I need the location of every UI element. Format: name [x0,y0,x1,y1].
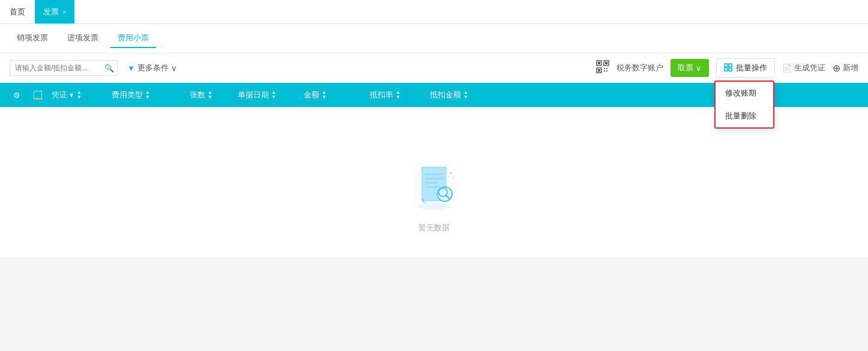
th-deduct-rate: 抵扣率 ▲▼ [365,90,425,100]
filter-arrow: ∨ [171,64,177,73]
tax-account-btn[interactable]: 税务数字账户 [616,63,663,73]
svg-rect-13 [729,68,732,71]
dropdown-item-batch-delete[interactable]: 批量删除 [716,105,773,127]
th-check[interactable] [29,91,47,99]
th-deduct-amount: 抵扣金额 ▲▼ [425,90,863,100]
filter-btn[interactable]: ▼ 更多条件 ∨ [122,60,182,76]
svg-point-23 [453,177,454,179]
gen-voucher-icon: 📄 [782,64,792,73]
add-icon: ⊕ [833,63,840,74]
tab-feiyong[interactable]: 费用小票 [110,29,156,48]
th-expense-type: 费用类型 ▲▼ [107,90,185,100]
search-wrap: 🔍 [10,60,118,76]
th-voucher: 凭证 ▼ ▲▼ [47,90,107,100]
invoice-tab-close[interactable]: × [62,8,66,16]
svg-rect-7 [606,68,607,69]
th-date-sort[interactable]: ▲▼ [271,90,276,100]
svg-rect-6 [604,68,605,69]
empty-text: 暂无数据 [418,222,450,233]
svg-rect-5 [598,69,600,72]
tab-jinxiang[interactable]: 进项发票 [60,29,106,48]
search-icon[interactable]: 🔍 [104,64,114,73]
invoice-tab[interactable]: 发票 × [35,0,74,23]
filter-icon: ▼ [127,64,135,73]
add-btn[interactable]: ⊕ 新增 [833,63,858,74]
th-amount: 金额 ▲▼ [299,90,365,100]
add-label: 新增 [843,63,858,73]
batch-ops-icon [724,63,734,73]
batch-ops-dropdown: 修改账期 批量删除 [714,81,774,129]
svg-rect-3 [605,62,607,64]
th-voucher-label: 凭证 [52,90,67,100]
empty-state: 暂无数据 [0,107,868,257]
th-expense-type-label: 费用类型 [112,90,143,100]
th-deduct-rate-label: 抵扣率 [370,90,393,100]
invoice-tab-label: 发票 [43,7,59,17]
th-expense-type-sort[interactable]: ▲▼ [145,90,150,100]
qr-code-icon[interactable] [596,60,609,76]
th-count: 张数 ▲▼ [185,90,233,100]
svg-point-22 [450,172,452,174]
empty-illustration [404,155,464,215]
gen-voucher-label: 生成凭证 [794,63,825,73]
svg-point-14 [417,203,451,210]
tab-xiaoxiang[interactable]: 销项发票 [10,29,55,48]
th-amount-sort[interactable]: ▲▼ [322,90,327,100]
take-ticket-btn[interactable]: 取票 ∨ [671,59,709,77]
th-voucher-filter-icon[interactable]: ▼ [68,92,74,99]
select-all-checkbox[interactable] [34,91,42,99]
take-ticket-label: 取票 [678,63,693,73]
th-date: 单据日期 ▲▼ [233,90,299,100]
th-deduct-amount-sort[interactable]: ▲▼ [463,90,468,100]
search-input[interactable] [10,60,118,76]
th-settings[interactable]: ⚙ [5,91,29,100]
th-count-sort[interactable]: ▲▼ [208,90,212,100]
home-nav-item[interactable]: 首页 [0,0,35,23]
batch-ops-label: 批量操作 [736,63,767,73]
svg-rect-11 [729,64,732,67]
settings-icon[interactable]: ⚙ [13,91,20,100]
svg-point-24 [448,176,450,177]
action-right: 税务数字账户 取票 ∨ 批量操作 修改账期 批量 [596,58,858,78]
take-ticket-arrow: ∨ [696,64,702,73]
action-left: 🔍 ▼ 更多条件 ∨ [10,60,182,76]
svg-rect-8 [604,70,605,72]
th-count-label: 张数 [190,90,205,100]
dropdown-item-modify-period[interactable]: 修改账期 [716,82,773,105]
svg-rect-10 [725,64,728,67]
svg-rect-12 [725,68,728,71]
batch-ops-btn[interactable]: 批量操作 修改账期 批量删除 [716,58,775,78]
sub-tabs-bar: 销项发票 进项发票 费用小票 [0,24,868,53]
th-voucher-sort[interactable]: ▲▼ [77,90,82,100]
svg-rect-1 [598,62,600,64]
th-deduct-rate-sort[interactable]: ▲▼ [396,90,400,100]
th-amount-label: 金额 [304,90,319,100]
action-bar: 🔍 ▼ 更多条件 ∨ [0,53,868,83]
svg-rect-9 [606,70,607,72]
th-deduct-amount-label: 抵扣金额 [430,90,461,100]
filter-label: 更多条件 [137,63,169,73]
th-date-label: 单据日期 [238,90,269,100]
gen-voucher-btn[interactable]: 📄 生成凭证 [782,63,825,73]
